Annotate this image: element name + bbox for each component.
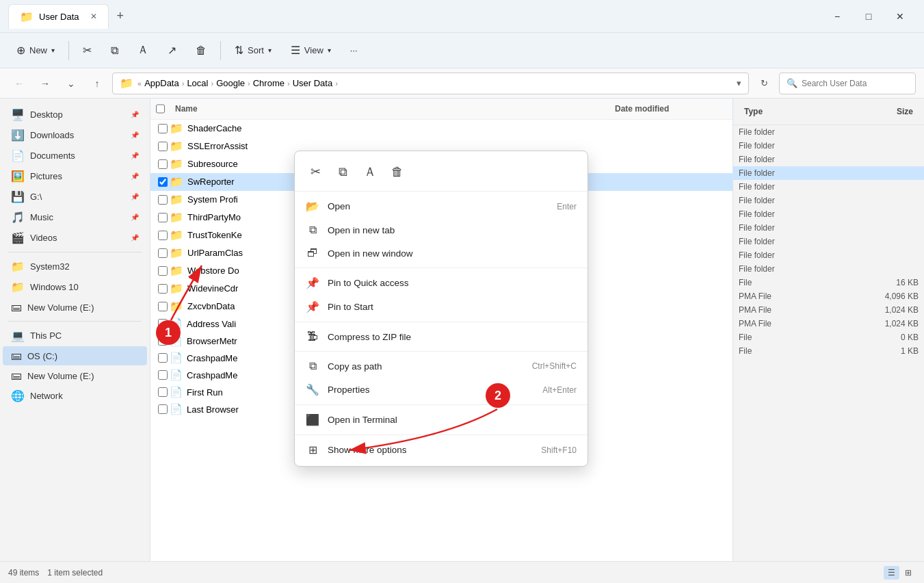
ctx-showmore-item[interactable]: ⊞ Show more options Shift+F10: [295, 438, 588, 462]
ctx-terminal-icon: ⬛: [306, 413, 319, 426]
ctx-copypath-label: Copy as path: [328, 361, 382, 372]
ctx-copypath-icon: ⧉: [306, 360, 319, 372]
ctx-terminal-label: Open in Terminal: [328, 415, 397, 425]
ctx-open-icon: 📂: [306, 200, 319, 213]
ctx-properties-label: Properties: [328, 385, 370, 395]
ctx-pin-quickaccess-label: Pin to Quick access: [328, 278, 409, 288]
ctx-pin-start-item[interactable]: 📌 Pin to Start: [295, 295, 588, 319]
ctx-cut-button[interactable]: ✂: [303, 159, 328, 184]
ctx-compress-label: Compress to ZIP file: [328, 332, 411, 342]
ctx-open-newwin-item[interactable]: 🗗 Open in new window: [295, 242, 588, 265]
ctx-pin-quickaccess-item[interactable]: 📌 Pin to Quick access: [295, 271, 588, 295]
ctx-terminal-item[interactable]: ⬛ Open in Terminal: [295, 408, 588, 432]
ctx-separator-2: [295, 322, 588, 322]
ctx-open-newtab-label: Open in new tab: [328, 225, 395, 235]
ctx-rename-button[interactable]: Ａ: [358, 159, 382, 184]
ctx-open-label: Open: [328, 201, 350, 211]
ctx-separator-3: [295, 351, 588, 352]
ctx-pin-start-icon: 📌: [306, 300, 319, 313]
ctx-compress-item[interactable]: 🗜 Compress to ZIP file: [295, 325, 588, 348]
ctx-copypath-item[interactable]: ⧉ Copy as path Ctrl+Shift+C: [295, 354, 588, 378]
context-menu-toolbar: ✂ ⧉ Ａ 🗑: [295, 155, 588, 192]
ctx-properties-item[interactable]: 🔧 Properties Alt+Enter: [295, 378, 588, 402]
ctx-showmore-label: Show more options: [328, 445, 407, 455]
ctx-open-newtab-icon: ⧉: [306, 224, 319, 236]
ctx-separator-5: [295, 435, 588, 435]
ctx-open-newwin-icon: 🗗: [306, 247, 319, 259]
ctx-properties-shortcut: Alt+Enter: [542, 385, 577, 395]
ctx-open-newwin-label: Open in new window: [328, 248, 413, 259]
ctx-showmore-shortcut: Shift+F10: [541, 445, 577, 455]
ctx-pin-quickaccess-icon: 📌: [306, 276, 319, 289]
ctx-separator-1: [295, 268, 588, 268]
context-menu-overlay: ✂ ⧉ Ａ 🗑 📂 Open Enter ⧉ Open in new tab 🗗…: [0, 0, 924, 583]
ctx-copy-button[interactable]: ⧉: [330, 159, 355, 184]
ctx-separator-4: [295, 404, 588, 405]
ctx-showmore-icon: ⊞: [306, 443, 319, 456]
ctx-compress-icon: 🗜: [306, 331, 319, 343]
ctx-open-newtab-item[interactable]: ⧉ Open in new tab: [295, 218, 588, 242]
ctx-pin-start-label: Pin to Start: [328, 302, 373, 312]
ctx-open-shortcut: Enter: [557, 202, 577, 211]
context-menu: ✂ ⧉ Ａ 🗑 📂 Open Enter ⧉ Open in new tab 🗗…: [294, 151, 588, 467]
ctx-properties-icon: 🔧: [306, 383, 319, 396]
ctx-delete-button[interactable]: 🗑: [385, 159, 410, 184]
ctx-copypath-shortcut: Ctrl+Shift+C: [532, 361, 577, 371]
ctx-open-item[interactable]: 📂 Open Enter: [295, 194, 588, 218]
